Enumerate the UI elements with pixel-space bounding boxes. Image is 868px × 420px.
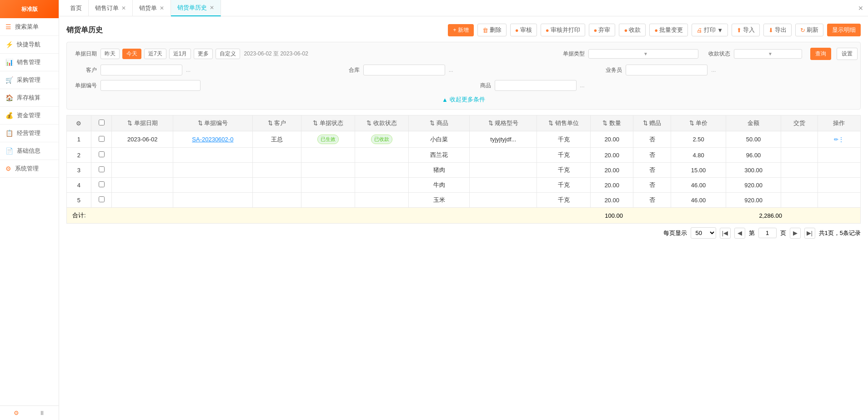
warehouse-ellipsis[interactable]: ... [449, 67, 453, 73]
th-amount[interactable]: 金额 [726, 115, 781, 131]
doc-type-select[interactable]: ▼ [588, 49, 698, 59]
customer-input[interactable] [100, 65, 182, 75]
delete-button[interactable]: 🗑 删除 [477, 24, 507, 36]
tab-sales-order-close[interactable]: ✕ [121, 5, 126, 11]
cell-order-no[interactable] [173, 163, 252, 178]
tab-home[interactable]: 首页 [64, 0, 89, 16]
sidebar-item-quick-nav[interactable]: ⚡ 快捷导航 [0, 36, 59, 54]
sidebar-bottom-icon-1[interactable]: ⚙ [14, 410, 19, 416]
more-btn[interactable]: ⋮ [838, 136, 844, 143]
settings-filter-button[interactable]: 设置 [837, 48, 858, 60]
th-qty[interactable]: ⇅ 数量 [591, 115, 633, 131]
first-page-btn[interactable]: |◀ [720, 228, 731, 239]
query-button[interactable]: 查询 [810, 48, 831, 60]
import-button[interactable]: ⬆ 导入 [732, 24, 760, 36]
sidebar-item-basic-info[interactable]: 📄 基础信息 [0, 142, 59, 160]
abandon-button[interactable]: ● 弃审 [589, 24, 616, 36]
date-btn-today[interactable]: 今天 [122, 49, 141, 59]
sidebar-item-inventory[interactable]: 🏠 库存核算 [0, 89, 59, 107]
audit-print-button[interactable]: ● 审核并打印 [541, 24, 585, 36]
print-button[interactable]: 🖨 打印 ▼ [692, 24, 728, 36]
display-button[interactable]: 显示明细 [827, 24, 861, 36]
th-doc-status[interactable]: ⇅ 单据状态 [301, 115, 355, 131]
tab-sales-invoice-close[interactable]: ✕ [160, 5, 164, 11]
goods-input[interactable] [495, 80, 577, 91]
import-label: 导入 [743, 26, 755, 34]
table-settings-icon[interactable]: ⚙ [76, 120, 81, 127]
cell-order-no[interactable] [173, 193, 252, 208]
cell-pay-status [355, 148, 409, 163]
sidebar-item-finance[interactable]: 💰 资金管理 [0, 107, 59, 125]
page-number-input[interactable] [758, 228, 777, 238]
tab-sales-invoice[interactable]: 销货单 ✕ [133, 0, 171, 16]
pay-status-select[interactable]: ▼ [734, 49, 802, 59]
per-page-select[interactable]: 50 100 200 [691, 227, 716, 239]
row-checkbox[interactable] [99, 151, 105, 157]
close-all-tabs[interactable]: ✕ [858, 5, 863, 12]
th-pay-status[interactable]: ⇅ 收款状态 [355, 115, 409, 131]
cell-checkbox[interactable] [91, 178, 112, 193]
order-no-link[interactable]: SA-20230602-0 [192, 136, 233, 143]
collect-button[interactable]: ● 收款 [619, 24, 646, 36]
filter-row-1: 单据日期 昨天 今天 近7天 近1月 更多 自定义 2023-06-02 至 2… [74, 48, 853, 60]
sort-doc-status-icon: ⇅ [313, 120, 318, 126]
batch-change-button[interactable]: ● 批量变更 [649, 24, 688, 36]
sidebar-item-system[interactable]: ⚙ 系统管理 [0, 160, 59, 178]
date-btn-more[interactable]: 更多 [194, 49, 213, 59]
refresh-button[interactable]: ↻ 刷新 [795, 24, 823, 36]
tab-sales-history[interactable]: 销货单历史 ✕ [171, 0, 221, 16]
prev-page-btn[interactable]: ◀ [734, 228, 745, 239]
new-button[interactable]: + 新增 [448, 24, 473, 36]
cell-checkbox[interactable] [91, 193, 112, 208]
sidebar-bottom: ⚙ ⏸ [0, 405, 59, 420]
cell-order-no[interactable] [173, 178, 252, 193]
cell-unit: 千克 [537, 148, 591, 163]
th-price[interactable]: ⇅ 单价 [671, 115, 726, 131]
customer-ellipsis[interactable]: ... [186, 67, 191, 73]
date-btn-7days[interactable]: 近7天 [144, 49, 166, 59]
next-page-btn[interactable]: ▶ [790, 228, 801, 239]
row-checkbox[interactable] [99, 196, 105, 202]
th-order-no[interactable]: ⇅ 单据编号 [173, 115, 252, 131]
edit-btn[interactable]: ✏ [834, 136, 838, 143]
tab-sales-history-close[interactable]: ✕ [210, 5, 214, 11]
cell-order-no[interactable] [173, 148, 252, 163]
th-date[interactable]: ⇅ 单据日期 [112, 115, 173, 131]
salesperson-input[interactable] [626, 65, 707, 75]
th-unit[interactable]: ⇅ 销售单位 [537, 115, 591, 131]
cell-order-no[interactable]: SA-20230602-0 [173, 131, 252, 148]
collapse-filter-button[interactable]: ▲ 收起更多条件 [74, 95, 853, 104]
th-goods[interactable]: ⇅ 商品 [408, 115, 469, 131]
th-spec[interactable]: ⇅ 规格型号 [470, 115, 537, 131]
row-checkbox[interactable] [99, 181, 105, 187]
doc-no-input[interactable] [100, 80, 201, 91]
last-page-btn[interactable]: ▶| [804, 228, 815, 239]
th-gift[interactable]: ⇅ 赠品 [633, 115, 671, 131]
cell-gift: 否 [633, 178, 671, 193]
date-btn-1month[interactable]: 近1月 [169, 49, 191, 59]
cell-checkbox[interactable] [91, 131, 112, 148]
sidebar-item-sales-mgmt[interactable]: 📊 销售管理 [0, 54, 59, 71]
tab-sales-order[interactable]: 销售订单 ✕ [89, 0, 133, 16]
sidebar-item-purchase-mgmt[interactable]: 🛒 采购管理 [0, 71, 59, 89]
sidebar-item-operations[interactable]: 📋 经营管理 [0, 125, 59, 142]
audit-button[interactable]: ● 审核 [510, 24, 537, 36]
cell-checkbox[interactable] [91, 163, 112, 178]
th-settings[interactable]: ⚙ [67, 115, 91, 131]
cell-gift: 否 [633, 163, 671, 178]
export-button[interactable]: ⬇ 导出 [763, 24, 792, 36]
warehouse-input[interactable] [363, 65, 445, 75]
th-checkbox[interactable] [91, 115, 112, 131]
sidebar-item-search-menu[interactable]: ☰ 搜索菜单 [0, 18, 59, 36]
row-checkbox[interactable] [99, 136, 105, 142]
date-btn-custom[interactable]: 自定义 [216, 49, 240, 59]
date-btn-yesterday[interactable]: 昨天 [100, 49, 120, 59]
row-checkbox[interactable] [99, 166, 105, 172]
th-trade[interactable]: 交货 [781, 115, 818, 131]
goods-ellipsis[interactable]: ... [580, 82, 585, 89]
cell-checkbox[interactable] [91, 148, 112, 163]
th-customer[interactable]: ⇅ 客户 [252, 115, 301, 131]
sidebar-bottom-icon-2[interactable]: ⏸ [39, 410, 45, 416]
select-all-checkbox[interactable] [99, 120, 105, 125]
salesperson-ellipsis[interactable]: ... [711, 67, 716, 73]
